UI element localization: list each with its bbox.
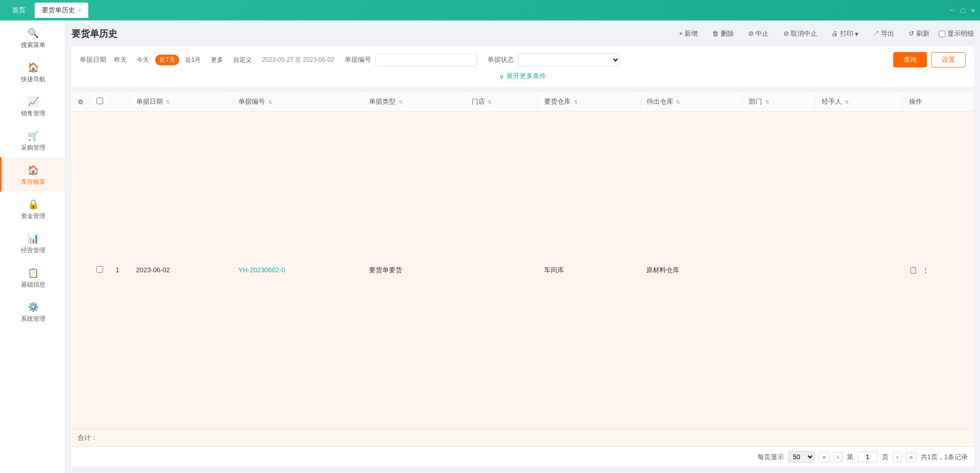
page-label: 第 (847, 453, 853, 462)
sidebar-item-operations[interactable]: 📊 经营管理 (0, 226, 65, 260)
top-bar: 首页 要货单历史 × － □ × (0, 0, 980, 20)
sidebar-item-purchase[interactable]: 🛒 采购管理 (0, 123, 65, 157)
toolbar: + 新增 🗑 删除 ⊘ 中止 ⊘ 取消中止 🖨 打印 ▾ ↗ 导出 ↺ 刷新 显… (674, 27, 974, 41)
sidebar-item-label-basic-info: 基础信息 (21, 280, 45, 289)
date-opt-today[interactable]: 今天 (133, 55, 153, 65)
sidebar-item-basic-info[interactable]: 📋 基础信息 (0, 260, 65, 294)
first-page-button[interactable]: « (819, 452, 829, 462)
docno-filter-label: 单据编号 (345, 55, 371, 64)
col-reqwarehouse[interactable]: 要货仓库 ⇅ (538, 92, 640, 112)
filter-panel: 单据日期 昨天 今天 近7天 近1月 更多 自定义 2023-05-27 至 2… (71, 46, 974, 87)
sidebar-item-search-menu[interactable]: 🔍 搜索菜单 (0, 20, 65, 55)
tab-close-icon[interactable]: × (78, 7, 81, 13)
page-header: 要货单历史 + 新增 🗑 删除 ⊘ 中止 ⊘ 取消中止 🖨 打印 ▾ ↗ 导出 … (71, 27, 974, 41)
page-suffix: 页 (882, 453, 889, 462)
filter-date-group: 单据日期 昨天 今天 近7天 近1月 更多 自定义 2023-05-27 至 2… (80, 55, 334, 65)
row-checkbox[interactable] (96, 266, 103, 273)
date-options: 昨天 今天 近7天 近1月 更多 自定义 (110, 55, 256, 65)
display-detail-checkbox[interactable] (939, 31, 945, 37)
date-opt-last1month[interactable]: 近1月 (181, 55, 205, 65)
col-operation: 操作 (903, 92, 974, 112)
expand-more-button[interactable]: ∨ 展开更多条件 (499, 72, 546, 81)
stop-button[interactable]: ⊘ 中止 (743, 27, 774, 41)
cell-date: 2023-06-02 (130, 112, 232, 429)
col-dept-sort-icon: ⇅ (765, 99, 769, 105)
date-filter-label: 单据日期 (80, 55, 106, 64)
sidebar-item-label-purchase: 采购管理 (21, 144, 45, 152)
date-opt-custom[interactable]: 自定义 (229, 55, 256, 65)
cell-checkbox (90, 112, 110, 429)
row-op-more-icon[interactable]: ⋮ (922, 266, 929, 274)
sidebar-item-label-finance: 资金管理 (21, 212, 45, 221)
table-header-row: ⚙ 单据日期 ⇅ 单据编号 ⇅ (71, 92, 974, 112)
print-dropdown-icon[interactable]: ▾ (855, 30, 859, 38)
col-settings[interactable]: ⚙ (71, 92, 90, 112)
per-page-select[interactable]: 50 10 20 100 (788, 451, 815, 463)
table-body: 1 2023-06-02 YH-20230602-0 要货单要货 车间库 原材料… (71, 112, 974, 429)
col-dept[interactable]: 部门 ⇅ (743, 92, 816, 112)
top-bar-right: － □ × (948, 6, 975, 15)
col-pendingwarehouse[interactable]: 待出仓库 ⇅ (640, 92, 742, 112)
col-dept-label: 部门 (749, 98, 762, 105)
system-icon: ⚙️ (28, 301, 39, 313)
filter-settings-button[interactable]: 设置 (931, 52, 966, 67)
sidebar-item-finance[interactable]: 🔒 资金管理 (0, 192, 65, 226)
col-handler-label: 经手人 (822, 98, 842, 105)
tab-yaohuodan-label: 要货单历史 (42, 6, 75, 15)
pagination-bar: 每页显示 50 10 20 100 « ‹ 第 页 › » 共1页，1条记录 (71, 446, 974, 467)
query-button[interactable]: 查询 (893, 52, 927, 67)
col-store[interactable]: 门店 ⇅ (465, 92, 538, 112)
tab-yaohuodan[interactable]: 要货单历史 × (35, 3, 88, 18)
col-store-label: 门店 (472, 98, 485, 105)
sidebar-item-inventory[interactable]: 🏠 库存核算 (0, 157, 65, 192)
select-all-checkbox[interactable] (96, 98, 103, 104)
new-button[interactable]: + 新增 (674, 27, 703, 41)
sidebar-item-quick-nav[interactable]: 🏠 快捷导航 (0, 55, 65, 89)
sidebar-item-system[interactable]: ⚙️ 系统管理 (0, 294, 65, 328)
date-opt-last7days[interactable]: 近7天 (155, 55, 179, 65)
date-opt-yesterday[interactable]: 昨天 (110, 55, 131, 65)
window-maximize-icon[interactable]: □ (961, 7, 965, 14)
next-page-button[interactable]: › (893, 452, 902, 462)
date-opt-more[interactable]: 更多 (207, 55, 227, 65)
sidebar-item-label-inventory: 库存核算 (21, 178, 45, 186)
last-page-button[interactable]: » (906, 452, 917, 462)
purchase-icon: 🛒 (28, 130, 39, 141)
refresh-button[interactable]: ↺ 刷新 (903, 27, 935, 41)
prev-page-button[interactable]: ‹ (834, 452, 843, 462)
summary-label: 合计： (78, 433, 97, 442)
tab-home-label: 首页 (12, 6, 26, 15)
expand-more-icon: ∨ (499, 73, 504, 80)
tab-home[interactable]: 首页 (5, 3, 33, 18)
cancel-stop-button[interactable]: ⊘ 取消中止 (778, 27, 823, 41)
sidebar-item-label-system: 系统管理 (21, 315, 45, 323)
print-button[interactable]: 🖨 打印 ▾ (826, 27, 864, 41)
filter-status-group: 单据状态 (487, 53, 620, 67)
window-minimize-icon[interactable]: － (948, 6, 955, 15)
table-footer: 合计： (71, 429, 974, 446)
col-pendingwarehouse-sort-icon: ⇅ (676, 99, 680, 105)
sidebar-item-label-quick-nav: 快捷导航 (21, 75, 45, 84)
status-filter-select[interactable] (518, 53, 620, 67)
col-date[interactable]: 单据日期 ⇅ (130, 92, 232, 112)
table-header: ⚙ 单据日期 ⇅ 单据编号 ⇅ (71, 92, 974, 112)
export-button[interactable]: ↗ 导出 (868, 27, 900, 41)
docno-link[interactable]: YH-20230602-0 (238, 266, 285, 274)
sidebar-item-label-search-menu: 搜索菜单 (21, 41, 45, 50)
sidebar-item-sales[interactable]: 📈 销售管理 (0, 89, 65, 123)
row-op-edit-icon[interactable]: 📋 (909, 266, 917, 274)
expand-more-label: 展开更多条件 (506, 72, 546, 81)
col-docno-sort-icon: ⇅ (268, 99, 272, 105)
page-input[interactable] (857, 452, 878, 462)
docno-filter-input[interactable] (375, 54, 477, 66)
col-checkbox (90, 92, 110, 112)
delete-button[interactable]: 🗑 删除 (707, 27, 739, 41)
quick-nav-icon: 🏠 (28, 62, 39, 73)
cell-store (465, 112, 538, 429)
date-range-display: 2023-05-27 至 2023-06-02 (262, 56, 334, 64)
window-close-icon[interactable]: × (971, 7, 975, 14)
col-handler[interactable]: 经手人 ⇅ (815, 92, 903, 112)
col-doctype[interactable]: 单据类型 ⇅ (363, 92, 465, 112)
table-row: 1 2023-06-02 YH-20230602-0 要货单要货 车间库 原材料… (71, 112, 974, 429)
col-docno[interactable]: 单据编号 ⇅ (232, 92, 363, 112)
